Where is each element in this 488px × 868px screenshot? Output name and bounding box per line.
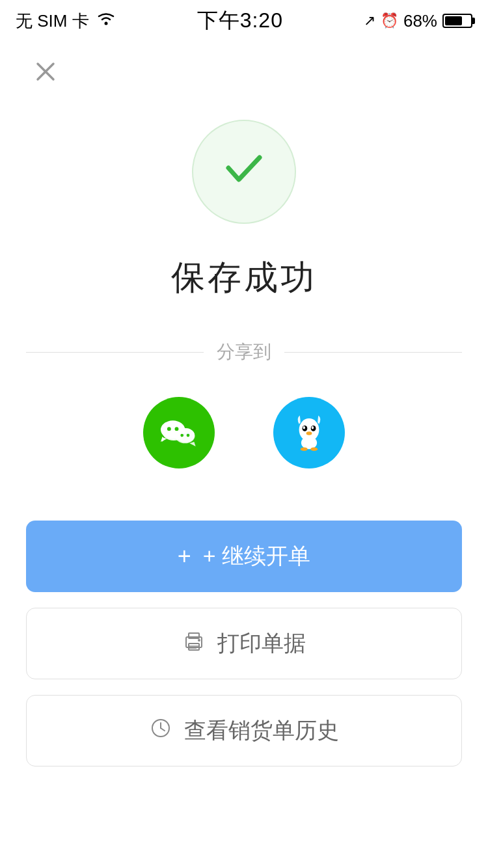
divider-right — [284, 352, 462, 353]
svg-point-11 — [167, 427, 171, 431]
continue-label: + 继续开单 — [203, 541, 310, 571]
clock-icon — [149, 716, 172, 745]
svg-point-29 — [198, 639, 200, 642]
status-right: ↗ ⏰ 68% — [364, 11, 472, 31]
qq-share-button[interactable] — [273, 397, 345, 468]
battery-icon — [442, 14, 472, 28]
continue-button[interactable]: + + 继续开单 — [26, 521, 462, 592]
wifi-icon — [96, 10, 116, 31]
svg-point-12 — [175, 427, 179, 431]
success-circle — [192, 120, 296, 224]
wechat-share-button[interactable] — [143, 397, 215, 468]
actions-section: + + 继续开单 打印单据 查看销货单历史 — [0, 521, 488, 766]
plus-icon: + — [178, 543, 191, 570]
success-title: 保存成功 — [171, 255, 317, 301]
svg-point-14 — [187, 434, 190, 437]
svg-point-0 — [104, 22, 107, 25]
svg-point-22 — [301, 448, 308, 452]
printer-icon — [182, 629, 206, 658]
success-section: 保存成功 — [0, 42, 488, 340]
location-icon: ↗ — [364, 12, 375, 29]
share-icons-row — [26, 397, 462, 468]
battery-percent: 68% — [403, 11, 437, 31]
status-bar: 无 SIM 卡 下午3:20 ↗ ⏰ 68% — [0, 0, 488, 42]
history-label: 查看销货单历史 — [184, 716, 339, 746]
svg-point-19 — [312, 426, 314, 429]
share-label: 分享到 — [217, 340, 271, 364]
share-section: 分享到 — [0, 340, 488, 468]
svg-point-18 — [303, 426, 305, 429]
print-button[interactable]: 打印单据 — [26, 608, 462, 679]
history-button[interactable]: 查看销货单历史 — [26, 695, 462, 766]
svg-point-21 — [301, 437, 317, 450]
no-sim-label: 无 SIM 卡 — [16, 10, 89, 33]
alarm-icon: ⏰ — [381, 12, 398, 29]
checkmark-icon — [218, 142, 270, 202]
svg-point-20 — [306, 431, 312, 435]
print-label: 打印单据 — [217, 629, 306, 658]
svg-point-10 — [175, 428, 195, 443]
divider-left — [26, 352, 204, 353]
svg-point-23 — [310, 448, 318, 452]
status-left: 无 SIM 卡 — [16, 10, 116, 33]
close-button[interactable] — [26, 52, 65, 91]
share-divider: 分享到 — [26, 340, 462, 364]
status-time: 下午3:20 — [197, 7, 283, 35]
svg-line-32 — [161, 728, 165, 731]
svg-point-13 — [180, 434, 183, 437]
